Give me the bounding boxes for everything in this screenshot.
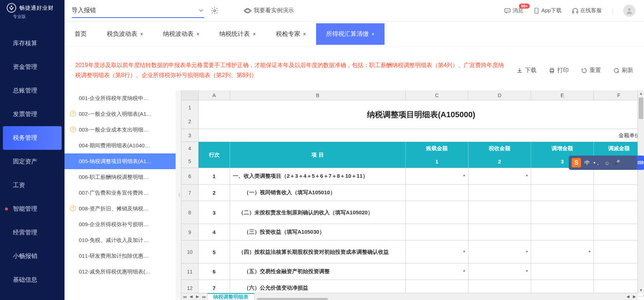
form-list-item-10[interactable]: 011-研发费用加计扣除优惠… (65, 248, 176, 264)
form-list-item-6[interactable]: 007-广告费和业务宣传费跨… (65, 185, 176, 201)
sidebar-item-9[interactable]: 小畅报销 (0, 244, 65, 268)
ime-lang[interactable]: 中 (585, 159, 590, 166)
scroll-down-arrow[interactable]: ▼ (638, 287, 644, 294)
form-list-item-9[interactable]: 010-免税、减计收入及加计… (65, 232, 176, 248)
scroll-up-arrow[interactable]: ▲ (638, 90, 644, 97)
form-list-item-11[interactable]: 012-减免所得税优惠明细表(… (65, 264, 176, 280)
cell-item[interactable]: （五）交易性金融资产初始投资调整 (230, 263, 406, 280)
sidebar-item-6[interactable]: 工资 (0, 173, 65, 197)
cell-value[interactable] (531, 224, 594, 240)
sidebar-item-8[interactable]: 经营管理 (0, 221, 65, 244)
row-header-1[interactable]: 1 (181, 100, 199, 115)
online-service-button[interactable]: 在线客服 (572, 7, 602, 14)
cell-value[interactable] (594, 201, 644, 224)
cell-rownum[interactable]: 3 (199, 201, 230, 224)
demo-link[interactable]: 我要看实例演示 (244, 7, 294, 15)
cell-value[interactable] (594, 168, 644, 184)
ime-keyboard-icon[interactable]: ⌨ (637, 156, 644, 170)
row-header-5[interactable]: 5 (181, 155, 199, 168)
col-header-D[interactable]: D (468, 90, 531, 100)
cell-value[interactable] (531, 185, 594, 201)
row-header-11[interactable]: 11 (181, 263, 199, 280)
form-list-item-8[interactable]: 009-企业所得税弥补亏损明… (65, 216, 176, 232)
tab-5[interactable]: 所得税汇算清缴× (316, 23, 385, 45)
cell-item[interactable]: 一、收入类调整项目（2＋3＋4＋5＋6＋7＋8＋10＋11） (230, 168, 406, 184)
cell-value[interactable]: * (468, 168, 531, 184)
sidebar-item-2[interactable]: 总账管理 (0, 79, 65, 103)
cell-value[interactable]: * (406, 241, 468, 263)
close-icon[interactable]: × (372, 31, 375, 37)
sheet-nav-first[interactable]: ⏮ (181, 295, 188, 299)
sidebar-item-0[interactable]: 库存核算 (0, 32, 65, 55)
form-list-item-7[interactable]: ?008-资产折旧、摊销及纳税… (65, 201, 176, 216)
row-header-3[interactable]: 3 (181, 129, 199, 142)
cell-value[interactable]: * (406, 263, 468, 280)
form-list-item-0[interactable]: 001-企业所得税年度纳税申… (65, 90, 176, 106)
avatar[interactable] (623, 5, 635, 17)
ime-punct-icon[interactable]: •， (593, 159, 601, 166)
sidebar-item-5[interactable]: 固定资产 (0, 150, 65, 173)
sidebar-item-7[interactable]: 智能管理 (0, 197, 65, 221)
cell-item[interactable]: （一）视同销售收入（填写A105010） (230, 185, 406, 201)
sidebar-item-10[interactable]: 基础信息 (0, 268, 65, 292)
form-list-item-5[interactable]: 006-职工薪酬纳税调整明细… (65, 169, 176, 185)
page-selector-dropdown[interactable]: 导入报错 (72, 4, 204, 18)
form-list-item-2[interactable]: ?003-一般企业成本支出明细… (65, 122, 176, 138)
scroll-right-arrow[interactable]: ▶ (631, 294, 638, 299)
col-header-E[interactable]: E (531, 90, 594, 100)
cell-value[interactable]: * (468, 263, 531, 280)
row-header-7[interactable]: 7 (181, 185, 199, 201)
close-icon[interactable]: × (140, 31, 143, 37)
row-header-8[interactable]: 8 (181, 201, 199, 224)
select-all-corner[interactable] (181, 90, 199, 100)
cell-value[interactable] (594, 241, 644, 263)
tab-0[interactable]: 首页 (65, 23, 97, 45)
sidebar-item-1[interactable]: 资金管理 (0, 55, 65, 79)
download-button[interactable]: 下载 (516, 67, 536, 74)
horizontal-scrollbar[interactable]: ⏮ ◀ ▶ ⏭ 纳税调整明细表 ◀ ▶ (181, 293, 638, 300)
row-header-9[interactable]: 9 (181, 224, 199, 240)
row-header-2[interactable]: 2 (181, 115, 199, 129)
cell-value[interactable] (406, 201, 468, 224)
sheet-nav-next[interactable]: ▶ (194, 294, 201, 299)
tab-1[interactable]: 税负波动表× (97, 23, 153, 45)
app-download-button[interactable]: App下载 (533, 7, 562, 14)
form-list-item-4[interactable]: 005-纳税调整项目明细表(A1… (65, 153, 176, 169)
cell-rownum[interactable]: 2 (199, 185, 230, 201)
cell-value[interactable] (406, 224, 468, 240)
cell-value[interactable]: * (406, 168, 468, 184)
close-icon[interactable]: × (303, 31, 306, 37)
cell-value[interactable] (406, 185, 468, 201)
cell-rownum[interactable]: 1 (199, 168, 230, 184)
ime-toolbar[interactable]: S 中 •， ☺ 🎤 ⌨ (569, 156, 638, 170)
row-header-6[interactable]: 6 (181, 168, 199, 184)
cell-value[interactable] (531, 263, 594, 280)
grid-body[interactable]: 1 2 纳税调整项目明细表(A105000) 3 金额单位 4 5 行次 (181, 100, 644, 300)
cell-value[interactable] (594, 224, 644, 240)
hscroll-thumb[interactable] (257, 298, 328, 300)
col-header-F[interactable]: F (594, 90, 644, 100)
sheet-nav-last[interactable]: ⏭ (201, 295, 207, 299)
tab-3[interactable]: 纳税统计表× (209, 23, 266, 45)
cell-value[interactable] (468, 201, 531, 224)
cell-rownum[interactable]: 5 (199, 241, 230, 263)
cell-value[interactable]: * (468, 241, 531, 263)
cell-value[interactable] (531, 168, 594, 184)
sidebar-item-3[interactable]: 发票管理 (0, 103, 65, 126)
tab-2[interactable]: 纳税波动表× (153, 23, 209, 45)
vscroll-thumb[interactable] (639, 97, 643, 119)
cell-value[interactable] (594, 185, 644, 201)
reset-button[interactable]: 重置 (581, 67, 601, 74)
close-icon[interactable]: × (253, 31, 256, 37)
cell-value[interactable] (468, 224, 531, 240)
cell-item[interactable]: （三）投资收益（填写A105030） (230, 224, 406, 240)
sidebar-item-4[interactable]: 税务管理 (3, 126, 62, 150)
row-header-10[interactable]: 10 (181, 241, 199, 263)
close-icon[interactable]: × (196, 31, 199, 37)
form-list-item-3[interactable]: 004-期间费用明细表(A1040… (65, 138, 176, 153)
ime-logo-icon[interactable]: S (572, 158, 581, 167)
col-header-B[interactable]: B (230, 90, 406, 100)
sheet-nav-prev[interactable]: ◀ (188, 294, 194, 299)
row-header-4[interactable]: 4 (181, 142, 199, 155)
cell-value[interactable]: * (594, 263, 644, 280)
